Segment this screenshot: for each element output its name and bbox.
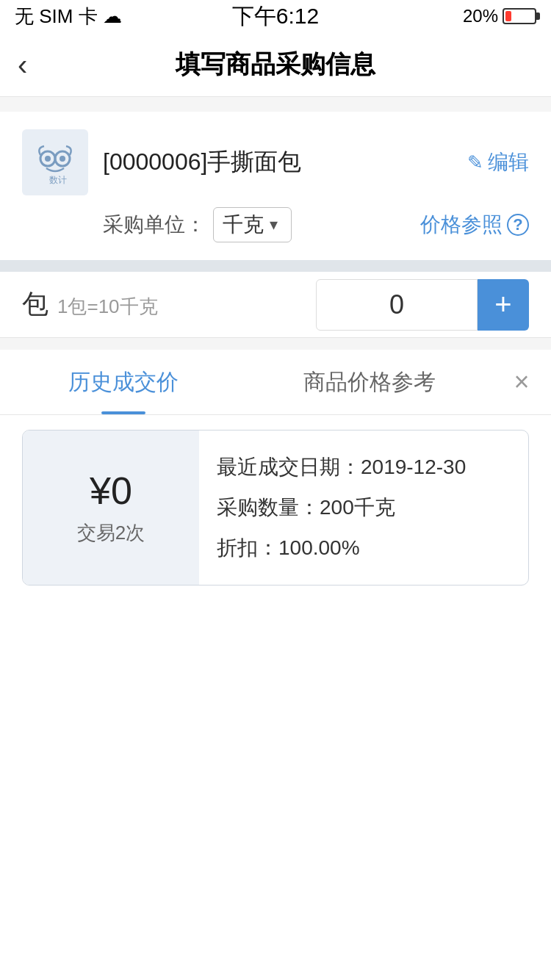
quantity-value: 0 — [389, 289, 404, 320]
qty-unit-hint: 1包=10千克 — [57, 294, 158, 320]
help-icon[interactable]: ? — [507, 214, 529, 236]
quantity-plus-button[interactable]: + — [478, 279, 529, 331]
battery-fill — [505, 11, 511, 21]
product-card: 数计 [0000006]手撕面包 ✎ 编辑 采购单位： 千克 ▾ 价格参照 ? — [0, 112, 551, 260]
unit-row: 采购单位： 千克 ▾ 价格参照 ? — [22, 207, 529, 242]
quantity-input[interactable]: 0 — [316, 279, 478, 331]
discount-label: 折扣： — [217, 536, 278, 559]
svg-point-3 — [60, 156, 65, 162]
help-icon-char: ? — [513, 215, 522, 234]
product-image: 数计 — [22, 129, 88, 195]
price-reference-button[interactable]: 价格参照 ? — [420, 211, 529, 239]
product-info-left: 数计 [0000006]手撕面包 — [22, 129, 301, 195]
tab-close-button[interactable]: × — [492, 350, 551, 414]
qty-controls: 0 + — [316, 279, 529, 331]
bottom-space — [0, 600, 551, 980]
quantity-row: 包 1包=10千克 0 + — [0, 272, 551, 338]
history-card: ¥0 交易2次 最近成交日期：2019-12-30 采购数量：200千克 折扣：… — [22, 430, 529, 586]
tab-price-ref-label: 商品价格参考 — [303, 367, 436, 397]
tab-history-price[interactable]: 历史成交价 — [0, 350, 246, 414]
product-header-row: 数计 [0000006]手撕面包 ✎ 编辑 — [22, 129, 529, 195]
history-discount-row: 折扣：100.00% — [217, 533, 511, 562]
history-trade-count: 交易2次 — [77, 520, 145, 546]
tab-product-price-reference[interactable]: 商品价格参考 — [246, 350, 492, 414]
history-price-value: ¥0 — [90, 469, 132, 513]
edit-button[interactable]: ✎ 编辑 — [467, 148, 529, 176]
battery-icon — [503, 8, 536, 24]
tabs-container: 历史成交价 商品价格参考 × — [0, 350, 551, 415]
price-ref-label: 价格参照 — [420, 211, 503, 239]
history-recent-date-row: 最近成交日期：2019-12-30 — [217, 453, 511, 481]
recent-date-label: 最近成交日期： — [217, 455, 361, 478]
dropdown-arrow-icon: ▾ — [270, 215, 278, 234]
product-name: [0000006]手撕面包 — [103, 146, 301, 179]
tab-history-label: 历史成交价 — [68, 367, 179, 397]
svg-text:数计: 数计 — [49, 175, 67, 184]
status-signal: 无 SIM 卡 ☁ — [15, 4, 122, 29]
status-time: 下午6:12 — [232, 1, 319, 32]
edit-icon: ✎ — [467, 151, 483, 174]
unit-select[interactable]: 千克 ▾ — [213, 207, 292, 242]
status-right: 20% — [463, 6, 536, 26]
history-purchase-qty-row: 采购数量：200千克 — [217, 493, 511, 522]
close-icon: × — [514, 367, 529, 397]
history-detail-panel: 最近成交日期：2019-12-30 采购数量：200千克 折扣：100.00% — [199, 430, 528, 585]
discount-value: 100.00% — [278, 536, 360, 559]
back-button[interactable]: ‹ — [18, 50, 27, 79]
recent-date-value: 2019-12-30 — [361, 455, 466, 478]
history-price-panel: ¥0 交易2次 — [23, 430, 199, 585]
status-bar: 无 SIM 卡 ☁ 下午6:12 20% — [0, 0, 551, 32]
qty-unit-name: 包 — [22, 287, 48, 323]
nav-bar: ‹ 填写商品采购信息 — [0, 32, 551, 97]
unit-label: 采购单位： — [103, 211, 206, 239]
section-divider — [0, 260, 551, 272]
purchase-qty-label: 采购数量： — [217, 496, 320, 519]
svg-point-2 — [45, 156, 51, 162]
battery-percent: 20% — [463, 6, 498, 26]
history-content: ¥0 交易2次 最近成交日期：2019-12-30 采购数量：200千克 折扣：… — [0, 415, 551, 600]
edit-label: 编辑 — [488, 148, 529, 176]
qty-info: 包 1包=10千克 — [22, 287, 158, 323]
plus-icon: + — [494, 288, 511, 321]
page-title: 填写商品采购信息 — [176, 48, 375, 82]
purchase-qty-value: 200千克 — [320, 496, 395, 519]
unit-value: 千克 — [223, 211, 264, 239]
